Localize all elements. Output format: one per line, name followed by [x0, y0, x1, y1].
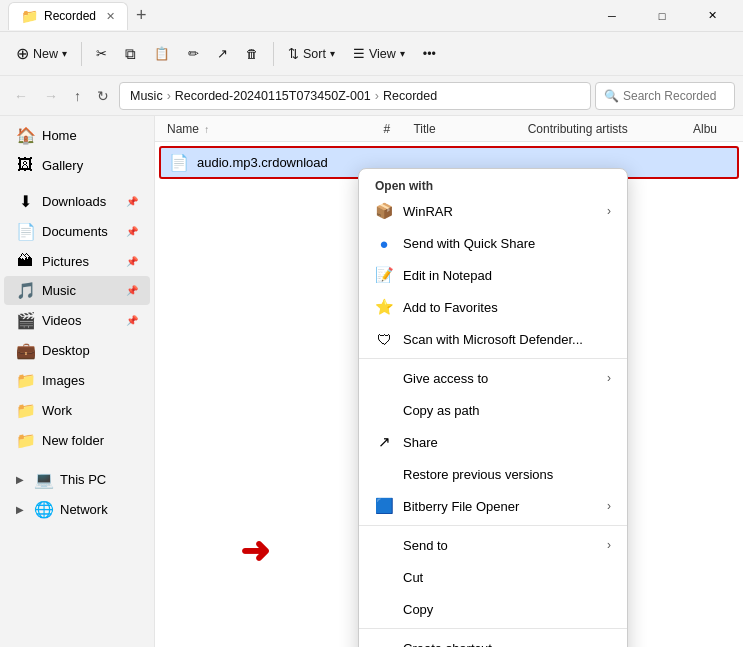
sidebar-item-desktop[interactable]: 💼 Desktop — [4, 336, 150, 365]
col-num[interactable]: # — [377, 122, 407, 136]
breadcrumb-music[interactable]: Music — [130, 89, 163, 103]
sort-button[interactable]: ⇅ Sort ▾ — [280, 41, 343, 66]
ctx-bitberry[interactable]: 🟦 Bitberry File Opener › — [359, 490, 627, 522]
sidebar-item-label: Work — [42, 403, 72, 418]
gallery-icon: 🖼 — [16, 156, 34, 174]
search-input[interactable] — [623, 89, 723, 103]
new-label: New — [33, 47, 58, 61]
ctx-createshortcut[interactable]: Create shortcut — [359, 632, 627, 647]
rename-button[interactable]: ✏ — [180, 41, 207, 66]
copy-button[interactable]: ⧉ — [117, 40, 144, 68]
images-icon: 📁 — [16, 371, 34, 390]
ctx-copy-label: Copy — [403, 602, 611, 617]
sidebar-item-label: New folder — [42, 433, 104, 448]
cut-button[interactable]: ✂ — [88, 41, 115, 66]
ctx-quickshare[interactable]: ● Send with Quick Share — [359, 227, 627, 259]
sidebar-item-newfolder[interactable]: 📁 New folder — [4, 426, 150, 455]
breadcrumb[interactable]: Music › Recorded-20240115T073450Z-001 › … — [119, 82, 591, 110]
up-button[interactable]: ↑ — [68, 82, 87, 110]
sidebar-item-pictures[interactable]: 🏔 Pictures 📌 — [4, 247, 150, 275]
ctx-defender[interactable]: 🛡 Scan with Microsoft Defender... — [359, 323, 627, 355]
sidebar-item-videos[interactable]: 🎬 Videos 📌 — [4, 306, 150, 335]
ctx-copy[interactable]: Copy — [359, 593, 627, 625]
back-button[interactable]: ← — [8, 82, 34, 110]
close-button[interactable]: ✕ — [689, 2, 735, 30]
pin-icon: 📌 — [126, 196, 138, 207]
ctx-copypath[interactable]: Copy as path — [359, 394, 627, 426]
col-album[interactable]: Albu — [687, 122, 737, 136]
thispc-icon: 💻 — [34, 470, 52, 489]
breadcrumb-recorded[interactable]: Recorded — [383, 89, 437, 103]
title-bar: 📁 Recorded ✕ + ─ □ ✕ — [0, 0, 743, 32]
videos-icon: 🎬 — [16, 311, 34, 330]
paste-icon: 📋 — [154, 46, 170, 61]
sidebar-item-thispc[interactable]: ▶ 💻 This PC — [4, 465, 150, 494]
view-dropdown-icon: ▾ — [400, 48, 405, 59]
ctx-giveaccess[interactable]: Give access to › — [359, 362, 627, 394]
toolbar-separator-1 — [81, 42, 82, 66]
sidebar: 🏠 Home 🖼 Gallery ⬇ Downloads 📌 📄 Documen… — [0, 116, 155, 647]
delete-button[interactable]: 🗑 — [238, 42, 267, 66]
sidebar-item-label: Gallery — [42, 158, 83, 173]
col-name[interactable]: Name ↑ — [161, 122, 377, 136]
sidebar-item-documents[interactable]: 📄 Documents 📌 — [4, 217, 150, 246]
toolbar: ⊕ New ▾ ✂ ⧉ 📋 ✏ ↗ 🗑 ⇅ Sort ▾ ☰ View ▾ ••… — [0, 32, 743, 76]
forward-button[interactable]: → — [38, 82, 64, 110]
tab-close-button[interactable]: ✕ — [106, 10, 115, 23]
sidebar-item-label: Pictures — [42, 254, 89, 269]
downloads-icon: ⬇ — [16, 192, 34, 211]
pin-icon: 📌 — [126, 285, 138, 296]
col-title[interactable]: Title — [407, 122, 521, 136]
ctx-cut[interactable]: Cut — [359, 561, 627, 593]
share-button[interactable]: ↗ — [209, 41, 236, 66]
ctx-createshortcut-label: Create shortcut — [403, 641, 611, 648]
sidebar-item-label: Home — [42, 128, 77, 143]
expand-icon: ▶ — [16, 504, 24, 515]
rename-icon: ✏ — [188, 46, 199, 61]
col-contributing[interactable]: Contributing artists — [522, 122, 687, 136]
ctx-share[interactable]: ↗ Share — [359, 426, 627, 458]
pictures-icon: 🏔 — [16, 252, 34, 270]
sidebar-item-network[interactable]: ▶ 🌐 Network — [4, 495, 150, 524]
active-tab[interactable]: 📁 Recorded ✕ — [8, 2, 128, 30]
ctx-bitberry-label: Bitberry File Opener — [403, 499, 597, 514]
sidebar-item-home[interactable]: 🏠 Home — [4, 121, 150, 150]
ctx-notepad-label: Edit in Notepad — [403, 268, 611, 283]
refresh-button[interactable]: ↻ — [91, 82, 115, 110]
ctx-notepad[interactable]: 📝 Edit in Notepad — [359, 259, 627, 291]
sidebar-item-label: This PC — [60, 472, 106, 487]
ctx-arrow: › — [607, 499, 611, 513]
ctx-restore[interactable]: Restore previous versions — [359, 458, 627, 490]
ctx-winrar[interactable]: 📦 WinRAR › — [359, 195, 627, 227]
ctx-sep-1 — [359, 358, 627, 359]
tab-folder-icon: 📁 — [21, 8, 38, 24]
sidebar-item-music[interactable]: 🎵 Music 📌 — [4, 276, 150, 305]
new-icon: ⊕ — [16, 44, 29, 63]
copypath-icon — [375, 401, 393, 419]
new-tab-button[interactable]: + — [130, 5, 153, 26]
giveaccess-icon — [375, 369, 393, 387]
more-button[interactable]: ••• — [415, 42, 444, 66]
window-controls: ─ □ ✕ — [589, 2, 735, 30]
view-button[interactable]: ☰ View ▾ — [345, 41, 413, 66]
sidebar-item-label: Downloads — [42, 194, 106, 209]
ctx-arrow: › — [607, 371, 611, 385]
new-button[interactable]: ⊕ New ▾ — [8, 39, 75, 68]
sidebar-item-images[interactable]: 📁 Images — [4, 366, 150, 395]
ctx-favorites[interactable]: ⭐ Add to Favorites — [359, 291, 627, 323]
ctx-copypath-label: Copy as path — [403, 403, 611, 418]
sidebar-item-gallery[interactable]: 🖼 Gallery — [4, 151, 150, 179]
ctx-sendto[interactable]: Send to › — [359, 529, 627, 561]
search-box[interactable]: 🔍 — [595, 82, 735, 110]
breadcrumb-recorded-folder[interactable]: Recorded-20240115T073450Z-001 — [175, 89, 371, 103]
home-icon: 🏠 — [16, 126, 34, 145]
sidebar-item-downloads[interactable]: ⬇ Downloads 📌 — [4, 187, 150, 216]
paste-button[interactable]: 📋 — [146, 41, 178, 66]
maximize-button[interactable]: □ — [639, 2, 685, 30]
newfolder-icon: 📁 — [16, 431, 34, 450]
breadcrumb-sep-1: › — [167, 89, 171, 103]
sidebar-item-work[interactable]: 📁 Work — [4, 396, 150, 425]
createshortcut-icon — [375, 639, 393, 647]
minimize-button[interactable]: ─ — [589, 2, 635, 30]
share-icon: ↗ — [375, 433, 393, 451]
